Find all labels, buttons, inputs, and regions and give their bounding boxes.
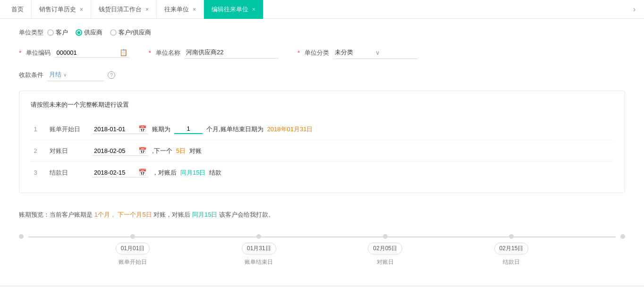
- payment-terms-chevron: ∨: [63, 72, 67, 77]
- radio-customer[interactable]: 客户: [47, 28, 68, 37]
- card-title: 请按照未来的一个完整帐期进行设置: [31, 101, 613, 109]
- tab-partner-label: 往来单位: [164, 5, 189, 14]
- unit-category-label: 单位分类: [305, 49, 329, 57]
- close-sales-tab[interactable]: ×: [80, 6, 83, 13]
- tab-edit-label: 编辑往来单位: [212, 5, 248, 14]
- tab-sales-order-history[interactable]: 销售订单历史 ×: [32, 0, 91, 19]
- step-label-1: 账单开始日: [50, 125, 83, 134]
- payment-terms-group: 收款条件 月结 ∨ ?: [19, 68, 115, 81]
- timeline-node3-dot: [383, 234, 388, 239]
- tab-cash-work[interactable]: 钱货日清工作台 ×: [91, 0, 157, 19]
- timeline-label-3: 对账日: [377, 258, 394, 266]
- preview-part2: 下一个月5日: [118, 211, 152, 218]
- step3-prefix: ，对账后: [152, 169, 177, 177]
- step-row-3: 3 结款日 📅 ，对账后 同月15日 结款: [31, 162, 613, 183]
- tab-bar: 首页 销售订单历史 × 钱货日清工作台 × 往来单位 × 编辑往来单位 × ›: [0, 0, 644, 19]
- unit-type-group: 单位类型 客户 供应商 客户/供应商: [19, 28, 151, 37]
- payment-terms-help[interactable]: ?: [108, 71, 115, 79]
- step-row-1: 1 账单开始日 📅 账期为 个月,账单结束日期为 2018年01月31日: [31, 118, 613, 140]
- tab-home-label: 首页: [11, 5, 24, 14]
- preview-part1: 1个月，: [94, 211, 116, 218]
- close-cash-tab[interactable]: ×: [145, 6, 149, 13]
- tab-edit-partner[interactable]: 编辑往来单位 ×: [204, 0, 263, 19]
- unit-type-row: 单位类型 客户 供应商 客户/供应商: [19, 28, 625, 37]
- unit-name-input[interactable]: [184, 47, 279, 59]
- timeline-start-dot: [19, 234, 24, 239]
- tab-partner-units[interactable]: 往来单位 ×: [157, 0, 204, 19]
- preview-part5: 该客户会给我打款。: [219, 211, 274, 218]
- step1-suffix: 账期为: [152, 125, 170, 134]
- main-content: 单位类型 客户 供应商 客户/供应商 * 单位编码: [0, 19, 644, 285]
- timeline-label-1: 账单开始日: [119, 258, 147, 266]
- timeline-node1-dot: [130, 234, 135, 239]
- tab-cash-label: 钱货日清工作台: [99, 5, 142, 14]
- step-content-2: 📅 ,下一个 5日 对账: [92, 146, 613, 156]
- step1-month-input[interactable]: [174, 124, 203, 134]
- payment-terms-label: 收款条件: [19, 71, 43, 79]
- timeline-label-2: 账单结束日: [245, 258, 273, 266]
- step-label-2: 对账日: [50, 147, 83, 155]
- step2-date-input[interactable]: [94, 147, 136, 154]
- preview-section: 账期预览：当前客户账期是 1个月， 下一个月5日 对账，对账后 同月15日 该客…: [19, 203, 625, 276]
- timeline-label-4: 结款日: [503, 258, 520, 266]
- close-partner-tab[interactable]: ×: [193, 6, 196, 13]
- timeline-end: [620, 234, 625, 266]
- timeline-badge-4: 02月15日: [494, 243, 529, 254]
- preview-part3: 对账，对账后: [153, 211, 190, 218]
- step2-date-wrapper: 📅: [92, 146, 148, 156]
- unit-code-group: * 单位编码 📋: [19, 48, 129, 58]
- timeline-end-dot: [620, 234, 625, 239]
- preview-text: 账期预览：当前客户账期是 1个月， 下一个月5日 对账，对账后 同月15日 该客…: [19, 210, 625, 220]
- unit-name-required: *: [148, 49, 151, 57]
- step3-date-wrapper: 📅: [92, 168, 148, 177]
- step3-suffix: 结款: [209, 169, 221, 177]
- preview-label: 账期预览：当前客户账期是: [19, 211, 93, 218]
- tab-home[interactable]: 首页: [4, 0, 32, 19]
- unit-code-calendar-icon[interactable]: 📋: [119, 49, 127, 56]
- timeline-badge-3: 02月05日: [368, 243, 402, 254]
- unit-code-label: 单位编码: [26, 49, 51, 57]
- step2-calendar-icon[interactable]: 📅: [138, 147, 146, 154]
- radio-supplier[interactable]: 供应商: [76, 28, 102, 37]
- radio-both[interactable]: 客户/供应商: [110, 28, 151, 37]
- step-num-2: 2: [31, 147, 40, 154]
- timeline-badge-2: 01月31日: [242, 243, 276, 254]
- step3-highlight: 同月15日: [180, 169, 205, 177]
- timeline-node-1: 01月01日 账单开始日: [116, 234, 150, 266]
- close-edit-tab[interactable]: ×: [252, 6, 255, 13]
- timeline-nodes: 01月01日 账单开始日 01月31日 账单结束日 02月05日 对账日 02月…: [19, 234, 625, 266]
- timeline-node-2: 01月31日 账单结束日: [242, 234, 276, 266]
- step3-calendar-icon[interactable]: 📅: [138, 169, 146, 176]
- timeline: 01月01日 账单开始日 01月31日 账单结束日 02月05日 对账日 02月…: [19, 229, 625, 276]
- tab-more-button[interactable]: ›: [628, 5, 640, 14]
- step-content-3: 📅 ，对账后 同月15日 结款: [92, 168, 613, 177]
- payment-terms-value: 月结: [49, 70, 61, 79]
- radio-group: 客户 供应商 客户/供应商: [47, 28, 151, 37]
- timeline-start: [19, 234, 24, 266]
- step1-calendar-icon[interactable]: 📅: [138, 125, 146, 133]
- payment-terms-select[interactable]: 月结 ∨: [47, 68, 104, 81]
- unit-category-arrow: ∨: [375, 49, 416, 56]
- tab-sales-label: 销售订单历史: [39, 5, 76, 14]
- unit-category-select[interactable]: 未分类 ∨: [333, 46, 418, 59]
- unit-code-input[interactable]: [56, 49, 118, 56]
- step1-end-date: 2018年01月31日: [267, 125, 313, 134]
- step1-date-wrapper: 📅: [92, 124, 148, 134]
- step1-date-input[interactable]: [94, 126, 136, 133]
- unit-category-value: 未分类: [335, 48, 375, 57]
- unit-name-group: * 单位名称: [148, 47, 278, 59]
- timeline-node-3: 02月05日 对账日: [368, 234, 402, 266]
- unit-info-row: * 单位编码 📋 * 单位名称 * 单位分类 未分类 ∨: [19, 46, 625, 59]
- settings-card: 请按照未来的一个完整帐期进行设置 1 账单开始日 📅 账期为 个月,账单结束日期…: [19, 91, 625, 193]
- radio-supplier-label: 供应商: [84, 28, 102, 37]
- timeline-node4-dot: [509, 234, 514, 239]
- step-row-2: 2 对账日 📅 ,下一个 5日 对账: [31, 140, 613, 162]
- radio-both-circle: [110, 29, 117, 36]
- unit-code-input-wrapper: 📋: [54, 48, 129, 58]
- step2-highlight: 5日: [176, 147, 186, 155]
- unit-category-group: * 单位分类 未分类 ∨: [297, 46, 418, 59]
- step3-date-input[interactable]: [94, 169, 136, 176]
- timeline-node-4: 02月15日 结款日: [494, 234, 529, 266]
- radio-supplier-circle: [76, 29, 82, 36]
- step2-prefix: ,下一个: [152, 147, 172, 155]
